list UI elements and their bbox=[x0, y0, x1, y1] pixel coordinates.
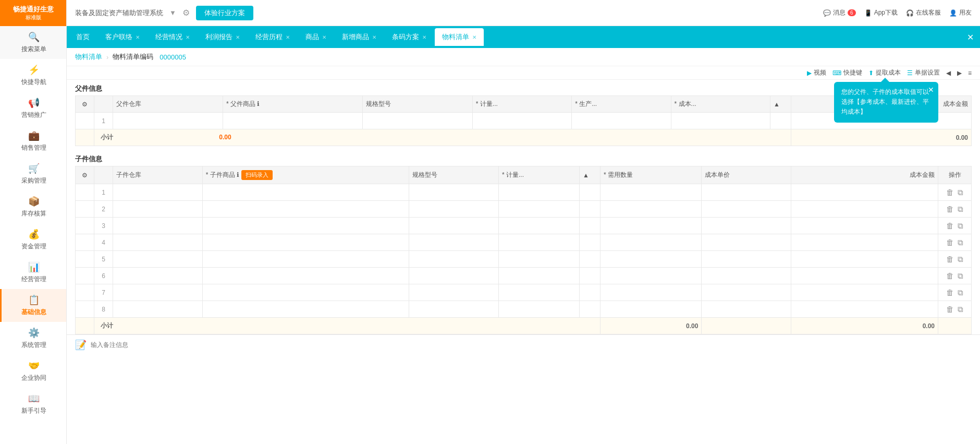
child-row-7-delete-btn[interactable]: 🗑 bbox=[946, 288, 954, 297]
child-row-3-spec[interactable] bbox=[409, 218, 499, 234]
child-row-6-goods[interactable] bbox=[202, 268, 409, 284]
child-row-2-qty[interactable] bbox=[600, 201, 701, 218]
sidebar-item-operation[interactable]: 📊 经营管理 bbox=[0, 256, 66, 289]
child-row-7-warehouse[interactable] bbox=[113, 284, 203, 301]
child-row-3-warehouse[interactable] bbox=[113, 218, 203, 234]
tab-customer[interactable]: 客户联络 ✕ bbox=[98, 28, 147, 46]
tab-biz-history[interactable]: 经营历程 ✕ bbox=[248, 28, 297, 46]
scan-btn[interactable]: 扫码录入 bbox=[241, 170, 273, 180]
tab-bom[interactable]: 物料清单 ✕ bbox=[435, 28, 484, 46]
child-row-2-spec[interactable] bbox=[409, 201, 499, 218]
sidebar-item-purchase[interactable]: 🛒 采购管理 bbox=[0, 158, 66, 190]
tab-add-goods-close[interactable]: ✕ bbox=[372, 34, 376, 40]
nav-close-all-btn[interactable]: ✕ bbox=[963, 30, 978, 44]
sidebar-item-marketing[interactable]: 📢 营销推广 bbox=[0, 92, 66, 125]
sidebar-item-finance[interactable]: 💰 资金管理 bbox=[0, 223, 66, 256]
child-row-5-unit[interactable] bbox=[498, 251, 579, 268]
toolbar-extract-cost[interactable]: ⬆ 提取成本 bbox=[868, 68, 901, 77]
app-download-item[interactable]: 📱 App下载 bbox=[864, 8, 898, 17]
tab-bom-close[interactable]: ✕ bbox=[472, 34, 476, 40]
sidebar-item-search[interactable]: 🔍 搜索菜单 bbox=[0, 26, 66, 59]
child-row-1-goods[interactable] bbox=[202, 184, 409, 201]
child-row-2-delete-btn[interactable]: 🗑 bbox=[946, 205, 954, 213]
sidebar-item-collab[interactable]: 🤝 企业协同 bbox=[0, 355, 66, 388]
child-row-6-spec[interactable] bbox=[409, 268, 499, 284]
tab-goods[interactable]: 商品 ✕ bbox=[298, 28, 334, 46]
gear-icon[interactable]: ⚙ bbox=[182, 8, 190, 18]
parent-row-1-warehouse[interactable] bbox=[113, 113, 223, 129]
child-row-1-copy-btn[interactable]: ⧉ bbox=[958, 188, 963, 197]
child-row-6-copy-btn[interactable]: ⧉ bbox=[958, 271, 963, 280]
sidebar-item-inventory[interactable]: 📦 库存核算 bbox=[0, 190, 66, 223]
child-row-6-unit[interactable] bbox=[498, 268, 579, 284]
child-row-1-delete-btn[interactable]: 🗑 bbox=[946, 188, 954, 197]
parent-row-1-goods[interactable] bbox=[223, 113, 363, 129]
online-service-item[interactable]: 🎧 在线客服 bbox=[906, 8, 941, 17]
sidebar-item-nav[interactable]: ⚡ 快捷导航 bbox=[0, 59, 66, 92]
child-row-6-delete-btn[interactable]: 🗑 bbox=[946, 271, 954, 280]
child-row-1-unit[interactable] bbox=[498, 184, 579, 201]
child-row-8-warehouse[interactable] bbox=[113, 301, 203, 318]
child-row-4-spec[interactable] bbox=[409, 234, 499, 251]
child-row-8-qty[interactable] bbox=[600, 301, 701, 318]
tab-operation-status-close[interactable]: ✕ bbox=[186, 34, 190, 40]
toolbar-nav-next[interactable]: ▶ bbox=[957, 69, 962, 77]
child-row-1-qty[interactable] bbox=[600, 184, 701, 201]
trial-btn[interactable]: 体验行业方案 bbox=[196, 6, 253, 20]
child-row-8-copy-btn[interactable]: ⧉ bbox=[958, 305, 963, 314]
child-row-5-warehouse[interactable] bbox=[113, 251, 203, 268]
child-row-4-unit[interactable] bbox=[498, 234, 579, 251]
sidebar-item-guide[interactable]: 📖 新手引导 bbox=[0, 388, 66, 421]
tab-barcode-close[interactable]: ✕ bbox=[422, 34, 426, 40]
child-row-7-goods[interactable] bbox=[202, 284, 409, 301]
child-row-7-qty[interactable] bbox=[600, 284, 701, 301]
tab-home[interactable]: 首页 bbox=[69, 28, 97, 46]
tab-biz-history-close[interactable]: ✕ bbox=[286, 34, 290, 40]
toolbar-video[interactable]: ▶ 视频 bbox=[807, 68, 826, 77]
child-row-4-qty[interactable] bbox=[600, 234, 701, 251]
child-row-8-spec[interactable] bbox=[409, 301, 499, 318]
child-row-6-qty[interactable] bbox=[600, 268, 701, 284]
child-row-3-copy-btn[interactable]: ⧉ bbox=[958, 221, 963, 230]
child-row-4-goods[interactable] bbox=[202, 234, 409, 251]
child-row-2-unit-cost[interactable] bbox=[702, 201, 791, 218]
tab-profit[interactable]: 利润报告 ✕ bbox=[198, 28, 247, 46]
child-row-5-copy-btn[interactable]: ⧉ bbox=[958, 255, 963, 263]
dropdown-arrow-icon[interactable]: ▼ bbox=[169, 9, 176, 17]
tab-add-goods[interactable]: 新增商品 ✕ bbox=[335, 28, 384, 46]
breadcrumb-list[interactable]: 物料清单 bbox=[75, 52, 102, 62]
parent-row-1-unit[interactable] bbox=[472, 113, 571, 129]
child-row-3-delete-btn[interactable]: 🗑 bbox=[946, 221, 954, 230]
child-row-2-copy-btn[interactable]: ⧉ bbox=[958, 205, 963, 213]
child-row-4-delete-btn[interactable]: 🗑 bbox=[946, 238, 954, 247]
child-row-3-unit-cost[interactable] bbox=[702, 218, 791, 234]
child-row-3-unit[interactable] bbox=[498, 218, 579, 234]
child-row-8-unit[interactable] bbox=[498, 301, 579, 318]
child-row-8-delete-btn[interactable]: 🗑 bbox=[946, 305, 954, 314]
child-row-1-warehouse[interactable] bbox=[113, 184, 203, 201]
child-row-5-delete-btn[interactable]: 🗑 bbox=[946, 255, 954, 263]
sidebar-item-system[interactable]: ⚙️ 系统管理 bbox=[0, 322, 66, 355]
tab-customer-close[interactable]: ✕ bbox=[136, 34, 140, 40]
child-row-4-copy-btn[interactable]: ⧉ bbox=[958, 238, 963, 247]
toolbar-menu[interactable]: ≡ bbox=[968, 69, 972, 77]
child-row-5-qty[interactable] bbox=[600, 251, 701, 268]
child-row-6-warehouse[interactable] bbox=[113, 268, 203, 284]
toolbar-single-setting[interactable]: ☰ 单据设置 bbox=[907, 68, 940, 77]
parent-row-1-produce[interactable] bbox=[572, 113, 671, 129]
tab-profit-close[interactable]: ✕ bbox=[236, 34, 240, 40]
child-row-3-goods[interactable] bbox=[202, 218, 409, 234]
sidebar-item-sales[interactable]: 💼 销售管理 bbox=[0, 125, 66, 158]
child-row-3-qty[interactable] bbox=[600, 218, 701, 234]
child-row-5-goods[interactable] bbox=[202, 251, 409, 268]
toolbar-shortcut[interactable]: ⌨ 快捷键 bbox=[832, 68, 862, 77]
child-row-7-unit-cost[interactable] bbox=[702, 284, 791, 301]
child-row-5-unit-cost[interactable] bbox=[702, 251, 791, 268]
tab-operation-status[interactable]: 经营情况 ✕ bbox=[148, 28, 197, 46]
child-row-4-warehouse[interactable] bbox=[113, 234, 203, 251]
tab-goods-close[interactable]: ✕ bbox=[322, 34, 326, 40]
child-row-2-goods[interactable] bbox=[202, 201, 409, 218]
child-row-7-spec[interactable] bbox=[409, 284, 499, 301]
child-row-4-unit-cost[interactable] bbox=[702, 234, 791, 251]
child-row-7-unit[interactable] bbox=[498, 284, 579, 301]
